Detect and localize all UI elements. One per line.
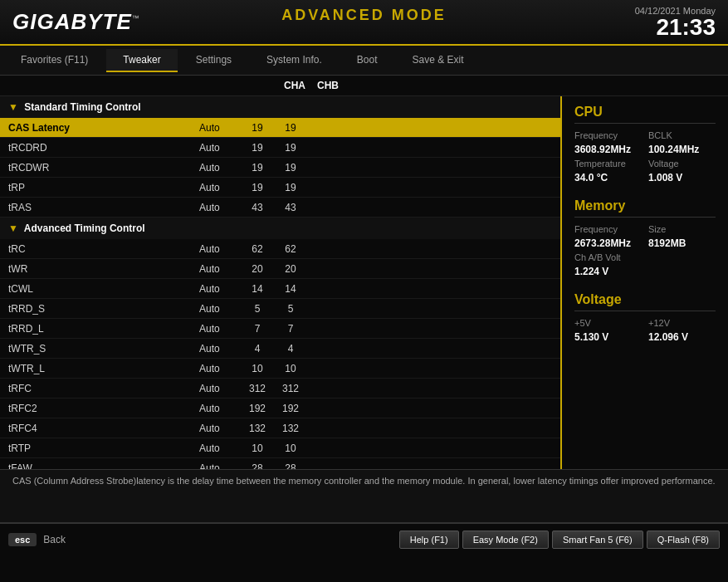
row-name: tRCDRD xyxy=(8,142,174,154)
row-name: tWR xyxy=(8,263,174,275)
esc-back[interactable]: esc Back xyxy=(8,533,66,546)
cpu-volt-label: Voltage xyxy=(648,159,716,169)
easy-mode-button[interactable]: Easy Mode (F2) xyxy=(462,531,549,549)
row-cha: 10 xyxy=(241,443,274,454)
row-cha: 19 xyxy=(241,162,274,174)
row-mode: Auto xyxy=(174,303,241,315)
memory-section: Memory Frequency Size 2673.28MHz 8192MB … xyxy=(574,198,716,277)
description-bar: CAS (Column Address Strobe)latency is th… xyxy=(0,469,728,523)
table-row[interactable]: tWR Auto 20 20 xyxy=(0,259,560,279)
row-cha: 192 xyxy=(241,403,274,414)
table-row[interactable]: tRCDRD Auto 19 19 xyxy=(0,138,560,158)
row-chb: 7 xyxy=(274,323,307,335)
row-mode: Auto xyxy=(174,403,241,414)
row-chb: 312 xyxy=(274,383,307,394)
left-panel: ▼ Standard Timing Control CAS Latency Au… xyxy=(0,96,562,469)
row-mode: Auto xyxy=(174,202,241,213)
description-text: CAS (Column Address Strobe)latency is th… xyxy=(12,476,716,486)
function-buttons: Help (F1) Easy Mode (F2) Smart Fan 5 (F6… xyxy=(399,531,720,549)
row-cha: 28 xyxy=(241,462,274,470)
row-cha: 20 xyxy=(241,263,274,275)
smart-fan-button[interactable]: Smart Fan 5 (F6) xyxy=(552,531,643,549)
logo-tm: ™ xyxy=(132,14,140,22)
row-name: tRTP xyxy=(8,443,174,454)
row-mode: Auto xyxy=(174,122,241,134)
table-row[interactable]: tRFC2 Auto 192 192 xyxy=(0,399,560,418)
row-name: tRCDWR xyxy=(8,162,174,174)
col-chb: CHB xyxy=(311,80,344,91)
table-row[interactable]: tRRD_S Auto 5 5 xyxy=(0,299,560,319)
row-chb: 43 xyxy=(274,202,307,213)
table-row[interactable]: tRRD_L Auto 7 7 xyxy=(0,319,560,339)
help-button[interactable]: Help (F1) xyxy=(399,531,459,549)
row-name: tRC xyxy=(8,243,174,255)
cpu-volt-value: 1.008 V xyxy=(648,172,716,183)
row-chb: 19 xyxy=(274,142,307,154)
tab-sysinfo[interactable]: System Info. xyxy=(250,49,339,72)
mem-size-value: 8192MB xyxy=(648,237,716,249)
voltage-title: Voltage xyxy=(574,292,716,311)
row-cha: 5 xyxy=(241,303,274,315)
v12-value: 12.096 V xyxy=(648,331,716,343)
row-chb: 5 xyxy=(274,303,307,315)
table-row[interactable]: tRC Auto 62 62 xyxy=(0,239,560,259)
logo: GIGABYTE™ xyxy=(12,9,140,35)
table-row[interactable]: tWTR_S Auto 4 4 xyxy=(0,339,560,359)
cpu-freq-label: Frequency xyxy=(574,130,642,140)
tab-tweaker[interactable]: Tweaker xyxy=(106,49,177,72)
datetime: 04/12/2021 Monday 21:33 xyxy=(635,6,716,39)
row-cha: 10 xyxy=(241,363,274,374)
cpu-freq-value: 3608.92MHz xyxy=(574,144,642,155)
table-row[interactable]: tWTR_L Auto 10 10 xyxy=(0,359,560,379)
bottom-bar: esc Back Help (F1) Easy Mode (F2) Smart … xyxy=(0,523,728,555)
cpu-section: CPU Frequency BCLK 3608.92MHz 100.24MHz … xyxy=(574,105,716,183)
voltage-section: Voltage +5V +12V 5.130 V 12.096 V xyxy=(574,292,716,343)
mem-freq-label: Frequency xyxy=(574,224,642,234)
row-cha: 43 xyxy=(241,202,274,213)
tab-favorites[interactable]: Favorites (F11) xyxy=(4,49,105,72)
table-row[interactable]: tRP Auto 19 19 xyxy=(0,178,560,198)
table-row[interactable]: tRFC Auto 312 312 xyxy=(0,379,560,399)
row-name: tRFC2 xyxy=(8,403,174,414)
tab-saveexit[interactable]: Save & Exit xyxy=(395,49,480,72)
cpu-temp-value: 34.0 °C xyxy=(574,172,642,183)
row-name: tRP xyxy=(8,182,174,193)
table-row[interactable]: tRCDWR Auto 19 19 xyxy=(0,158,560,178)
mem-freq-value: 2673.28MHz xyxy=(574,237,642,249)
tab-boot[interactable]: Boot xyxy=(340,49,394,72)
table-row[interactable]: tRAS Auto 43 43 xyxy=(0,198,560,218)
table-row[interactable]: tCWL Auto 14 14 xyxy=(0,279,560,299)
top-bar: GIGABYTE™ ADVANCED MODE 04/12/2021 Monda… xyxy=(0,0,728,46)
row-mode: Auto xyxy=(174,323,241,335)
table-row[interactable]: tRFC4 Auto 132 132 xyxy=(0,418,560,438)
cpu-bclk-label: BCLK xyxy=(648,130,716,140)
qflash-button[interactable]: Q-Flash (F8) xyxy=(647,531,720,549)
row-chb: 192 xyxy=(274,403,307,414)
row-chb: 19 xyxy=(274,162,307,174)
row-mode: Auto xyxy=(174,142,241,154)
row-cha: 312 xyxy=(241,383,274,394)
title-center: ADVANCED MODE xyxy=(281,7,447,24)
cpu-temp-label: Temperature xyxy=(574,159,642,169)
cpu-info-grid: Frequency BCLK 3608.92MHz 100.24MHz Temp… xyxy=(574,130,716,183)
row-chb: 10 xyxy=(274,363,307,374)
advanced-section-title: Advanced Timing Control xyxy=(24,223,145,234)
esc-key[interactable]: esc xyxy=(8,533,37,546)
table-row[interactable]: tFAW Auto 28 28 xyxy=(0,458,560,469)
row-chb: 20 xyxy=(274,263,307,275)
table-row[interactable]: CAS Latency Auto 19 19 xyxy=(0,118,560,138)
nav-tabs: Favorites (F11) Tweaker Settings System … xyxy=(0,46,728,76)
mem-size-label: Size xyxy=(648,224,716,234)
row-mode: Auto xyxy=(174,162,241,174)
row-mode: Auto xyxy=(174,182,241,193)
table-row[interactable]: tRTP Auto 10 10 xyxy=(0,438,560,458)
v12-label: +12V xyxy=(648,318,716,328)
row-mode: Auto xyxy=(174,462,241,470)
advanced-mode-title: ADVANCED MODE xyxy=(281,7,447,24)
standard-section-title: Standard Timing Control xyxy=(24,101,140,113)
row-mode: Auto xyxy=(174,263,241,275)
row-mode: Auto xyxy=(174,343,241,355)
row-chb: 14 xyxy=(274,283,307,295)
tab-settings[interactable]: Settings xyxy=(179,49,248,72)
mem-chvolt-label: Ch A/B Volt xyxy=(574,252,642,262)
